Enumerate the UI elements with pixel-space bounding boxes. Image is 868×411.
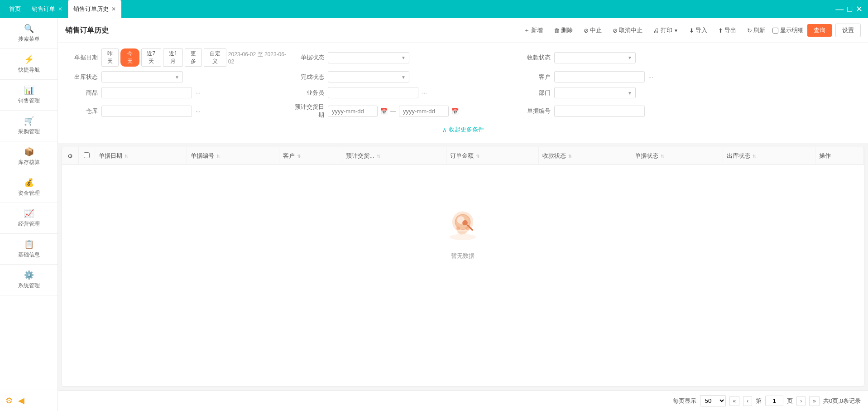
page-label-before: 第 <box>756 397 762 405</box>
date-more-btn[interactable]: 更多 <box>185 48 202 67</box>
warehouse-status-select-wrapper <box>101 71 183 82</box>
close-tab-sales-order[interactable]: ✕ <box>58 6 62 12</box>
first-page-btn[interactable]: « <box>729 396 740 406</box>
table-col-operation: 操作 <box>815 147 864 165</box>
salesperson-control: ··· <box>328 87 518 98</box>
bill-status-control <box>328 52 518 63</box>
sidebar-bottom: ⚙ ◀ <box>0 390 58 411</box>
complete-status-select[interactable] <box>328 71 409 82</box>
sort-warehouse-status-icon: ⇅ <box>753 154 756 159</box>
select-all-checkbox[interactable] <box>84 152 90 158</box>
warehouse-input[interactable] <box>101 106 192 117</box>
next-page-btn[interactable]: › <box>796 396 806 406</box>
bill-no-input[interactable] <box>554 106 645 117</box>
table-col-bill-status[interactable]: 单据状态 ⇅ <box>631 147 723 165</box>
table-col-settings[interactable]: ⚙ <box>62 147 78 165</box>
table-col-date[interactable]: 单据日期 ⇅ <box>95 147 187 165</box>
date-1month-btn[interactable]: 近1月 <box>163 48 183 67</box>
sidebar-item-inventory[interactable]: 📦 库存核算 <box>0 141 58 172</box>
basic-info-icon: 📋 <box>24 239 34 249</box>
tab-home[interactable]: 首页 <box>4 0 26 18</box>
sidebar-item-search[interactable]: 🔍 搜索菜单 <box>0 18 58 49</box>
last-page-btn[interactable]: » <box>809 396 820 406</box>
print-icon: 🖨 <box>653 27 659 34</box>
table-col-amount[interactable]: 订单金额 ⇅ <box>446 147 539 165</box>
date-yesterday-btn[interactable]: 昨天 <box>101 48 119 67</box>
date-today-btn[interactable]: 今天 <box>120 48 139 67</box>
customer-input[interactable] <box>554 71 645 82</box>
goods-control: ··· <box>101 87 292 98</box>
settings-icon[interactable]: ⚙ <box>5 396 13 406</box>
current-page-input[interactable] <box>765 396 783 406</box>
salesperson-more-btn[interactable]: ··· <box>420 89 429 96</box>
sidebar-item-shortcuts[interactable]: ⚡ 快捷导航 <box>0 49 58 80</box>
inventory-icon: 📦 <box>24 147 34 157</box>
warehouse-status-select[interactable] <box>101 71 183 82</box>
sidebar-item-operations[interactable]: 📈 经营管理 <box>0 203 58 234</box>
sidebar-item-purchase[interactable]: 🛒 采购管理 <box>0 111 58 141</box>
expected-date-from-input[interactable] <box>328 106 378 117</box>
date-7days-btn[interactable]: 近7天 <box>141 48 161 67</box>
customer-control: ··· <box>554 71 744 82</box>
filter-area: 单据日期 昨天 今天 近7天 近1月 更多 自定义 2023-06-02 至 2… <box>58 43 868 143</box>
calendar-to-icon[interactable]: 📅 <box>451 108 459 115</box>
window-controls: — □ ✕ <box>835 4 868 14</box>
table-col-customer[interactable]: 客户 ⇅ <box>279 147 342 165</box>
display-cols-checkbox[interactable] <box>772 28 778 34</box>
svg-point-7 <box>456 227 460 230</box>
close-btn[interactable]: ✕ <box>856 4 863 14</box>
table-col-payment-status[interactable]: 收款状态 ⇅ <box>539 147 631 165</box>
sidebar-item-basic-info[interactable]: 📋 基础信息 <box>0 234 58 265</box>
sort-amount-icon: ⇅ <box>476 154 480 159</box>
refresh-icon: ↻ <box>747 27 752 34</box>
salesperson-label: 业务员 <box>292 89 328 97</box>
delete-btn[interactable]: 🗑 删除 <box>550 24 576 36</box>
goods-more-btn[interactable]: ··· <box>194 89 202 96</box>
page-header: 销售订单历史 ＋ 新增 🗑 删除 ⊘ 中止 <box>58 18 868 43</box>
tab-sales-order-history[interactable]: 销售订单历史 ✕ <box>68 0 121 18</box>
table-col-warehouse-status[interactable]: 出库状态 ⇅ <box>723 147 815 165</box>
refresh-btn[interactable]: ↻ 刷新 <box>743 24 769 36</box>
sidebar-item-sales[interactable]: 📊 销售管理 <box>0 80 58 111</box>
close-tab-sales-order-history[interactable]: ✕ <box>111 6 116 12</box>
query-btn[interactable]: 查询 <box>807 24 832 37</box>
import-btn[interactable]: ⬇ 导入 <box>686 24 711 36</box>
minimize-btn[interactable]: — <box>835 5 844 14</box>
tab-sales-order[interactable]: 销售订单 ✕ <box>26 0 68 18</box>
new-btn[interactable]: ＋ 新增 <box>520 24 547 36</box>
collapse-sidebar-icon[interactable]: ◀ <box>18 396 24 406</box>
table-col-expected-date[interactable]: 预计交货... ⇅ <box>342 147 446 165</box>
prev-page-btn[interactable]: ‹ <box>743 396 752 406</box>
filter-row-1: 单据日期 昨天 今天 近7天 近1月 更多 自定义 2023-06-02 至 2… <box>65 48 861 67</box>
payment-status-select-wrapper <box>554 52 636 63</box>
goods-input[interactable] <box>101 87 192 98</box>
print-btn[interactable]: 🖨 打印 ▼ <box>650 24 682 36</box>
sidebar-item-system[interactable]: ⚙️ 系统管理 <box>0 265 58 295</box>
salesperson-input[interactable] <box>328 87 418 98</box>
expected-date-to-input[interactable] <box>399 106 449 117</box>
page-size-select[interactable]: 50 10 20 100 <box>700 395 726 406</box>
sidebar-item-finance[interactable]: 💰 资金管理 <box>0 172 58 203</box>
bill-no-label: 单据编号 <box>518 107 554 115</box>
content-area: 销售订单历史 ＋ 新增 🗑 删除 ⊘ 中止 <box>58 18 868 411</box>
cancel-stop-btn[interactable]: ⊘ 取消中止 <box>609 24 646 36</box>
empty-state-row: 暂无数据 <box>62 165 864 297</box>
calendar-from-icon[interactable]: 📅 <box>380 108 388 115</box>
customer-more-btn[interactable]: ··· <box>647 73 655 80</box>
table-container: ⚙ 单据日期 ⇅ 单据编号 ⇅ <box>62 147 864 387</box>
dept-select[interactable] <box>554 87 636 98</box>
table-col-checkbox[interactable] <box>78 147 95 165</box>
table-col-bill-no[interactable]: 单据编号 ⇅ <box>187 147 279 165</box>
dept-control <box>554 87 744 98</box>
stop-btn[interactable]: ⊘ 中止 <box>580 24 605 36</box>
maximize-btn[interactable]: □ <box>847 5 852 14</box>
collapse-row[interactable]: ∧ 收起更多条件 <box>65 124 861 137</box>
settings-btn[interactable]: 设置 <box>835 24 861 37</box>
export-btn[interactable]: ⬆ 导出 <box>715 24 740 36</box>
warehouse-more-btn[interactable]: ··· <box>194 108 202 115</box>
payment-status-select[interactable] <box>554 52 636 63</box>
date-range-dash: — <box>390 108 396 115</box>
date-custom-btn[interactable]: 自定义 <box>204 48 226 67</box>
bill-status-select[interactable] <box>328 52 409 63</box>
table-body: 暂无数据 <box>62 165 864 297</box>
